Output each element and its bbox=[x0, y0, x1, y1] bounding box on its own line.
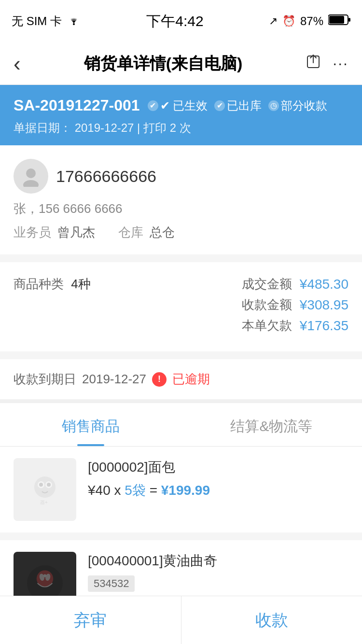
share-icon[interactable] bbox=[306, 54, 321, 73]
check-icon-1: ✔ bbox=[148, 100, 158, 111]
svg-point-5 bbox=[26, 168, 36, 178]
nav-right[interactable]: ··· bbox=[306, 54, 348, 73]
tab-sales-products[interactable]: 销售商品 bbox=[0, 403, 181, 446]
print-info: 打印 2 次 bbox=[143, 121, 191, 134]
amount-section: 商品种类 4种 成交金额 ¥485.30 收款金额 ¥308.95 本单欠款 ¥… bbox=[0, 262, 362, 351]
clock-icon: ◷ bbox=[268, 100, 279, 111]
customer-section: 17666666666 张，156 6666 6666 业务员 曾凡杰 仓库 总… bbox=[0, 145, 362, 254]
product-base-price-1: ¥40 bbox=[88, 483, 111, 498]
received-label: 收款金额 bbox=[242, 296, 292, 313]
badge-partial: ◷ 部分收款 bbox=[268, 98, 327, 113]
svg-point-0 bbox=[73, 23, 75, 25]
product-info-1: [0000002]面包 ¥40 x 5袋 = ¥199.99 bbox=[88, 458, 348, 500]
nav-left[interactable]: ‹ bbox=[14, 52, 21, 76]
product-multiplier-1: x bbox=[114, 483, 125, 498]
status-left: 无 SIM 卡 bbox=[12, 14, 81, 29]
warehouse-label: 仓库 bbox=[118, 225, 143, 239]
product-equals-1: = bbox=[150, 483, 161, 498]
product-types-label: 商品种类 bbox=[14, 277, 64, 291]
customer-name: 17666666666 bbox=[56, 167, 156, 186]
product-item: 器+ [0000002]面包 ¥40 x 5袋 = ¥199.99 bbox=[0, 447, 362, 532]
deal-label: 成交金额 bbox=[242, 276, 292, 293]
product-thumb-1: 器+ bbox=[14, 458, 76, 521]
salesman-label: 业务员 bbox=[14, 225, 51, 239]
salesman-info: 业务员 曾凡杰 bbox=[14, 224, 95, 241]
status-bar: 无 SIM 卡 下午4:42 ↗ ⏰ 87% bbox=[0, 0, 362, 42]
avatar bbox=[14, 159, 48, 194]
due-section: 收款到期日 2019-12-27 ! 已逾期 bbox=[0, 359, 362, 403]
wifi-icon bbox=[67, 14, 81, 28]
due-amount: 本单欠款 ¥176.35 bbox=[242, 317, 348, 334]
collect-payment-button[interactable]: 收款 bbox=[181, 596, 362, 644]
battery-icon bbox=[328, 14, 350, 28]
meta-separator: | bbox=[137, 121, 143, 134]
battery-text: 87% bbox=[300, 14, 323, 28]
tabs-section: 销售商品 结算&物流等 bbox=[0, 403, 362, 447]
svg-point-7 bbox=[34, 476, 56, 498]
due-date-label: 收款到期日 bbox=[14, 371, 76, 388]
tabs-row: 销售商品 结算&物流等 bbox=[0, 403, 362, 446]
received-amount: 收款金额 ¥308.95 bbox=[242, 296, 348, 313]
check-icon-2: ✔ bbox=[214, 100, 225, 111]
due-label: 本单欠款 bbox=[242, 317, 292, 334]
status-badges: ✔ ✔ 已生效 ✔ 已出库 ◷ 部分收款 bbox=[148, 98, 328, 113]
amounts-right: 成交金额 ¥485.30 收款金额 ¥308.95 本单欠款 ¥176.35 bbox=[242, 276, 348, 338]
svg-rect-3 bbox=[348, 18, 350, 22]
overdue-icon: ! bbox=[152, 372, 167, 387]
more-icon[interactable]: ··· bbox=[333, 55, 348, 72]
product-types-value: 4种 bbox=[71, 277, 90, 291]
svg-text:器+: 器+ bbox=[40, 500, 48, 505]
svg-point-17 bbox=[43, 574, 46, 577]
product-price-1: ¥40 x 5袋 = ¥199.99 bbox=[88, 481, 348, 500]
order-id: SA-20191227-001 bbox=[14, 97, 140, 114]
svg-point-6 bbox=[23, 180, 39, 187]
product-types: 商品种类 4种 bbox=[14, 276, 91, 293]
meta-date-label: 单据日期： bbox=[14, 121, 71, 134]
back-button[interactable]: ‹ bbox=[14, 52, 21, 76]
status-right: ↗ ⏰ 87% bbox=[269, 14, 350, 28]
order-meta: 单据日期： 2019-12-27 | 打印 2 次 bbox=[14, 120, 348, 136]
due-value: ¥176.35 bbox=[300, 318, 348, 334]
product-name-2: [000400001]黄油曲奇 bbox=[88, 552, 348, 570]
warehouse-name: 总仓 bbox=[150, 225, 175, 239]
overdue-text: 已逾期 bbox=[172, 371, 210, 388]
product-quantity-1: 5袋 bbox=[125, 483, 146, 498]
svg-point-11 bbox=[47, 483, 51, 487]
location-icon: ↗ bbox=[269, 15, 278, 28]
deal-value: ¥485.30 bbox=[300, 277, 348, 292]
badge-effective: ✔ ✔ 已生效 bbox=[148, 98, 208, 113]
due-date-value: 2019-12-27 bbox=[82, 372, 146, 387]
tab-settlement[interactable]: 结算&物流等 bbox=[181, 403, 362, 446]
status-time: 下午4:42 bbox=[146, 12, 203, 31]
svg-rect-2 bbox=[329, 16, 344, 24]
deal-amount: 成交金额 ¥485.30 bbox=[242, 276, 348, 293]
order-date: 2019-12-27 bbox=[75, 121, 134, 134]
customer-meta: 业务员 曾凡杰 仓库 总仓 bbox=[14, 224, 348, 241]
abandon-review-button[interactable]: 弃审 bbox=[0, 596, 181, 644]
nav-bar: ‹ 销货单详情(来自电脑) ··· bbox=[0, 42, 362, 85]
customer-sub: 张，156 6666 6666 bbox=[14, 200, 348, 217]
badge-shipped: ✔ 已出库 bbox=[214, 98, 262, 113]
received-value: ¥308.95 bbox=[300, 297, 348, 313]
product-name-1: [0000002]面包 bbox=[88, 458, 348, 476]
svg-point-10 bbox=[39, 483, 43, 487]
product-total-1: ¥199.99 bbox=[161, 483, 210, 498]
page-title: 销货单详情(来自电脑) bbox=[84, 53, 243, 75]
bottom-bar: 弃审 收款 bbox=[0, 596, 362, 644]
warehouse-info: 仓库 总仓 bbox=[118, 224, 175, 241]
order-header: SA-20191227-001 ✔ ✔ 已生效 ✔ 已出库 ◷ 部分收款 单据日… bbox=[0, 85, 362, 145]
carrier-text: 无 SIM 卡 bbox=[12, 14, 62, 29]
alarm-icon: ⏰ bbox=[282, 15, 295, 28]
product-tag-2: 534532 bbox=[88, 575, 135, 592]
salesman-name: 曾凡杰 bbox=[57, 225, 95, 239]
